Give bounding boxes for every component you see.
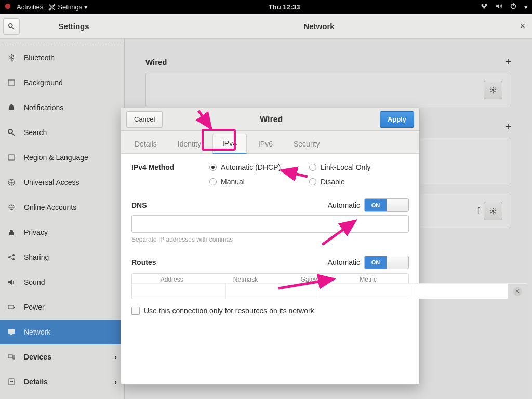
tab-security[interactable]: Security — [284, 135, 329, 153]
svg-rect-1 — [482, 4, 484, 6]
apply-button[interactable]: Apply — [380, 111, 414, 128]
radio-label: Manual — [221, 178, 245, 186]
clock[interactable]: Thu 12:33 — [88, 3, 481, 11]
gnome-logo-icon — [4, 3, 11, 11]
dns-input[interactable] — [131, 215, 409, 233]
route-metric-input[interactable] — [414, 283, 508, 299]
search-button[interactable] — [3, 18, 20, 35]
dialog-header: Cancel Wired Apply — [121, 108, 419, 131]
dialog-body: IPv4 Method Automatic (DHCP) Link-Local … — [121, 154, 419, 384]
tab-details[interactable]: Details — [125, 135, 166, 153]
routes-table: Address Netmask Gateway Metric ✕ — [131, 273, 409, 299]
dns-hint: Separate IP addresses with commas — [131, 236, 409, 243]
only-resources-label: Use this connection only for resources o… — [144, 307, 314, 315]
network-status-icon[interactable] — [481, 3, 488, 11]
connection-editor-dialog: Cancel Wired Apply Details Identity IPv4… — [121, 108, 420, 385]
svg-rect-5 — [513, 3, 514, 6]
power-icon[interactable] — [510, 3, 517, 11]
svg-point-0 — [5, 4, 11, 9]
col-address: Address — [132, 276, 212, 283]
annotation-arrow-icon — [319, 218, 361, 251]
annotation-arrow-icon — [278, 167, 310, 183]
ipv4-method-label: IPv4 Method — [131, 163, 209, 186]
app-menu[interactable]: Settings ▾ — [48, 3, 88, 11]
col-netmask: Netmask — [212, 276, 280, 283]
top-bar: Activities Settings ▾ Thu 12:33 ▾ — [0, 0, 532, 14]
header-bar: Settings Network × — [0, 14, 532, 39]
volume-icon[interactable] — [495, 3, 502, 11]
radio-label: Disable — [321, 178, 345, 186]
switch-on-label: ON — [365, 256, 387, 269]
svg-rect-2 — [485, 4, 487, 6]
tab-ipv6[interactable]: IPv6 — [249, 135, 282, 153]
switch-knob — [387, 256, 408, 269]
system-menu-chevron-icon[interactable]: ▾ — [524, 3, 528, 11]
routes-automatic-switch[interactable]: ON — [364, 256, 409, 269]
svg-point-6 — [9, 23, 12, 27]
only-resources-checkbox[interactable] — [131, 307, 140, 315]
settings-app-icon — [48, 4, 56, 11]
switch-on-label: ON — [365, 199, 387, 211]
tab-identity[interactable]: Identity — [168, 135, 210, 153]
annotation-arrow-icon — [195, 109, 216, 135]
switch-knob — [387, 199, 408, 211]
cancel-button[interactable]: Cancel — [126, 111, 163, 128]
radio-link-local[interactable]: Link-Local Only — [309, 163, 409, 171]
close-button[interactable]: × — [513, 21, 532, 32]
dialog-tabs: Details Identity IPv4 IPv6 Security — [121, 131, 419, 154]
route-address-input[interactable] — [132, 283, 226, 299]
route-delete-button[interactable]: ✕ — [513, 287, 522, 296]
routes-automatic-label: Automatic — [328, 258, 360, 267]
col-metric: Metric — [347, 276, 390, 283]
settings-window: Settings Network × Bluetooth Background … — [0, 14, 532, 399]
sidebar-title: Settings — [23, 22, 125, 31]
tab-ipv4[interactable]: IPv4 — [212, 134, 247, 154]
radio-disable[interactable]: Disable — [309, 178, 409, 186]
radio-label: Automatic (DHCP) — [221, 163, 281, 171]
activities-button[interactable]: Activities — [17, 3, 43, 11]
routes-label: Routes — [131, 258, 156, 267]
search-icon — [8, 23, 15, 30]
chevron-down-icon: ▾ — [84, 3, 88, 11]
dns-automatic-switch[interactable]: ON — [364, 198, 409, 212]
dns-label: DNS — [131, 201, 147, 209]
panel-title: Network — [125, 22, 513, 31]
radio-label: Link-Local Only — [321, 163, 371, 171]
dns-automatic-label: Automatic — [328, 201, 360, 209]
annotation-arrow-icon — [275, 276, 338, 294]
